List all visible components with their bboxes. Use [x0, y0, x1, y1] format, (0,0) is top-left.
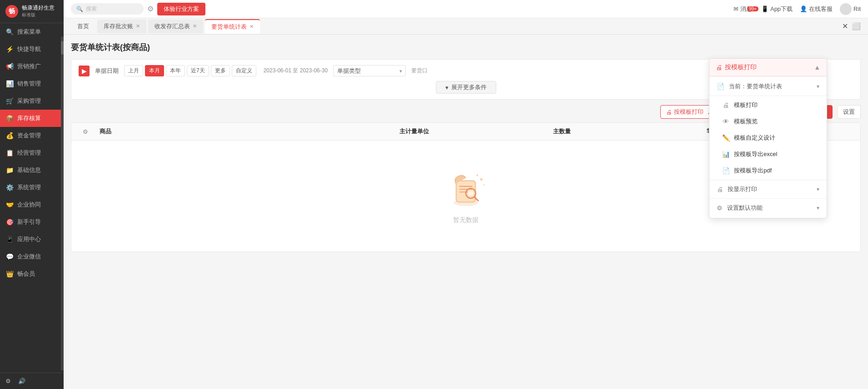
basic-icon: 📁	[5, 167, 14, 174]
svg-point-11	[483, 184, 485, 186]
sidebar-label-purchase: 采购管理	[17, 97, 41, 105]
app-center-icon: 📱	[5, 236, 14, 243]
quick-nav-icon: ⚡	[5, 45, 14, 53]
date-btn-last-month[interactable]: 上月	[124, 65, 143, 76]
dropdown-header: 🖨 按模板打印 ▲	[709, 59, 827, 76]
dropdown-section: 📄 当前：要货单统计表 ▾ 🖨 模板打印 👁 模板预览 ✏️ 模板自定义设计	[709, 76, 827, 218]
user-avatar-btn[interactable]: Rit	[840, 3, 861, 15]
main-area: 🔍 搜索 ⚙ 体验行业方案 ✉ 消息 99+ 📱 App下载 👤 在线客服	[64, 0, 868, 389]
dropdown-print-icon: 🖨	[716, 64, 722, 71]
default-func-arrow: ▾	[817, 205, 819, 211]
topbar-gear-icon[interactable]: ⚙	[147, 5, 154, 13]
topbar: 🔍 搜索 ⚙ 体验行业方案 ✉ 消息 99+ 📱 App下载 👤 在线客服	[64, 0, 868, 18]
sidebar-label-inventory: 库存核算	[17, 114, 41, 122]
sidebar-label-system: 系统管理	[17, 183, 41, 192]
message-btn[interactable]: ✉ 消息 99+	[733, 5, 754, 13]
empty-text: 暂无数据	[453, 216, 479, 224]
col-settings[interactable]: ⚙	[79, 128, 92, 135]
online-service-label: 在线客服	[809, 5, 833, 13]
sound-icon[interactable]: 🔊	[18, 378, 25, 384]
system-icon: ⚙️	[5, 184, 14, 191]
tab-home[interactable]: 首页	[71, 20, 95, 33]
display-print-icon: 🖨	[717, 186, 723, 193]
divider-1	[709, 96, 827, 96]
date-btn-7days[interactable]: 近7天	[187, 65, 209, 76]
sidebar-item-basic[interactable]: 📁 基础信息	[0, 162, 64, 179]
export-pdf-icon: 📄	[722, 167, 729, 174]
tab-close-all-icon[interactable]: ✕	[842, 22, 848, 30]
sidebar-item-marketing[interactable]: 📢 营销推广	[0, 58, 64, 75]
service-icon: 👤	[800, 5, 807, 12]
dropdown-item-export-pdf[interactable]: 📄 按模板导出pdf	[709, 162, 827, 179]
divider-3	[709, 198, 827, 199]
sales-icon: 📊	[5, 80, 14, 87]
tab-order-stats-close[interactable]: ✕	[249, 24, 254, 30]
sidebar-item-quick-nav[interactable]: ⚡ 快捷导航	[0, 40, 64, 58]
filter-expand-left-btn[interactable]: ▶	[79, 66, 90, 76]
username-label: Rit	[853, 5, 861, 12]
sidebar-item-sales[interactable]: 📊 销售管理	[0, 75, 64, 92]
dropdown-item-template-custom[interactable]: ✏️ 模板自定义设计	[709, 130, 827, 146]
date-range-text: 2023-06-01 至 2023-06-30	[264, 67, 328, 75]
date-btn-this-year[interactable]: 本年	[166, 65, 185, 76]
tab-inventory-batch-close[interactable]: ✕	[136, 23, 140, 29]
sidebar-item-guide[interactable]: 🎯 新手引导	[0, 213, 64, 231]
sidebar-item-inventory[interactable]: 📦 库存核算	[0, 110, 64, 127]
finance-icon: 💰	[5, 132, 14, 139]
dropdown-item-export-excel[interactable]: 📊 按模板导出excel	[709, 146, 827, 162]
sidebar-item-purchase[interactable]: 🛒 采购管理	[0, 92, 64, 110]
settings-bottom-icon[interactable]: ⚙	[5, 378, 11, 384]
date-btn-custom[interactable]: 自定义	[232, 65, 256, 76]
expand-more-btn[interactable]: ▾ 展开更多条件	[436, 81, 496, 94]
app-logo: 畅 畅康通好生意 标准版	[0, 0, 64, 23]
sidebar-item-finance[interactable]: 💰 资金管理	[0, 127, 64, 144]
sidebar-item-wechat[interactable]: 💬 企业微信	[0, 248, 64, 265]
template-preview-icon: 👁	[722, 118, 729, 125]
date-btns: 上月 本月 本年 近7天 更多 自定义	[124, 65, 256, 76]
sidebar-label-finance: 资金管理	[17, 131, 41, 140]
page-content: 要货单统计表(按商品) ▶ 单据日期 上月 本月 本年 近7天 更多 自定义 2…	[64, 35, 868, 389]
dropdown-item-default-func[interactable]: ⚙ 设置默认功能 ▾	[709, 200, 827, 216]
dropdown-item-template-preview[interactable]: 👁 模板预览	[709, 113, 827, 130]
search-placeholder-text: 搜索	[86, 5, 97, 13]
tabs-bar: 首页 库存批次账 ✕ 收发存汇总表 ✕ 要货单统计表 ✕ ✕ ⬜	[64, 18, 868, 35]
dropdown-close-btn[interactable]: ▲	[814, 64, 820, 71]
doc-type-select[interactable]: 单据类型	[333, 65, 406, 76]
sidebar-label-marketing: 营销推广	[17, 62, 41, 71]
settings-btn[interactable]: 设置	[837, 105, 861, 119]
sidebar-nav: 🔍 搜索菜单 ⚡ 快捷导航 📢 营销推广 📊 销售管理 🛒 采购管理 📦 库存核…	[0, 23, 64, 373]
sidebar-item-operation[interactable]: 📋 经营管理	[0, 144, 64, 162]
sidebar-item-app-center[interactable]: 📱 应用中心	[0, 231, 64, 248]
sidebar-bottom: ⚙ 🔊	[0, 373, 64, 389]
sidebar-label-guide: 新手引导	[17, 218, 41, 226]
template-print-label: 模板打印	[734, 101, 758, 109]
doc-type-select-wrap: 单据类型	[333, 65, 406, 76]
tab-order-stats[interactable]: 要货单统计表 ✕	[205, 19, 260, 34]
sidebar-label-member: 畅会员	[17, 270, 35, 278]
dropdown-item-template-print[interactable]: 🖨 模板打印	[709, 97, 827, 113]
dropdown-item-display-print[interactable]: 🖨 按显示打印 ▾	[709, 181, 827, 197]
tab-receipts-summary[interactable]: 收发存汇总表 ✕	[148, 20, 203, 33]
tab-receipts-summary-close[interactable]: ✕	[193, 23, 197, 29]
date-btn-this-month[interactable]: 本月	[145, 65, 164, 76]
column-settings-icon[interactable]: ⚙	[83, 128, 88, 135]
industry-btn[interactable]: 体验行业方案	[157, 3, 205, 15]
topbar-right: ✉ 消息 99+ 📱 App下载 👤 在线客服 Rit	[733, 3, 861, 15]
tab-maximize-icon[interactable]: ⬜	[852, 22, 861, 30]
sidebar-item-enterprise[interactable]: 🤝 企业协同	[0, 196, 64, 213]
sidebar-item-member[interactable]: 👑 畅会员	[0, 265, 64, 283]
search-box[interactable]: 🔍 搜索	[71, 3, 144, 15]
enterprise-icon: 🤝	[5, 201, 14, 208]
date-btn-more[interactable]: 更多	[211, 65, 230, 76]
export-pdf-label: 按模板导出pdf	[734, 167, 772, 175]
dropdown-title: 🖨 按模板打印	[716, 63, 757, 71]
logo-text: 畅康通好生意	[22, 5, 55, 12]
app-download-btn[interactable]: 📱 App下载	[761, 5, 793, 13]
date-label: 单据日期	[95, 67, 119, 75]
tab-inventory-batch[interactable]: 库存批次账 ✕	[97, 20, 146, 33]
online-service-btn[interactable]: 👤 在线客服	[800, 5, 833, 13]
sidebar-item-search[interactable]: 🔍 搜索菜单	[0, 23, 64, 40]
sidebar-item-system[interactable]: ⚙️ 系统管理	[0, 179, 64, 196]
search-icon: 🔍	[76, 6, 83, 12]
dropdown-item-current[interactable]: 📄 当前：要货单统计表 ▾	[709, 78, 827, 95]
